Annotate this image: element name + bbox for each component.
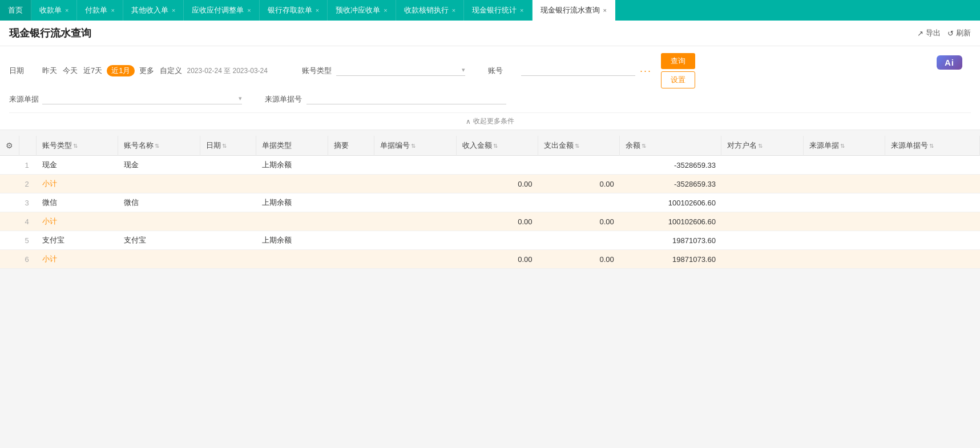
row-gear-cell <box>0 231 19 250</box>
table-row: 3微信微信上期余额100102606.60 <box>0 193 980 212</box>
table-row: 1现金现金上期余额-3528659.33 <box>0 156 980 175</box>
col-source_doc[interactable]: 来源单据⇅ <box>803 136 885 156</box>
col-income[interactable]: 收入金额⇅ <box>456 136 538 156</box>
cell-account_name: 支付宝 <box>118 231 200 250</box>
cell-expense <box>538 156 619 175</box>
table-row: 5支付宝支付宝上期余额19871073.60 <box>0 231 980 250</box>
cell-expense <box>538 231 619 250</box>
query-button[interactable]: 查询 <box>661 53 695 69</box>
cell-account_type: 小计 <box>37 212 118 231</box>
cell-counterparty <box>721 212 803 231</box>
cell-summary <box>328 212 374 231</box>
collapse-label: 收起更多条件 <box>473 116 514 126</box>
row-gear-cell <box>0 250 19 269</box>
cell-date <box>200 231 256 250</box>
tab-close-icon-payment[interactable]: × <box>111 7 114 14</box>
cell-balance: -3528659.33 <box>620 156 721 175</box>
col-account_name[interactable]: 账号名称⇅ <box>118 136 200 156</box>
col-date[interactable]: 日期⇅ <box>200 136 256 156</box>
refresh-button[interactable]: ↺ 刷新 <box>947 28 971 38</box>
date-shortcut-today[interactable]: 今天 <box>62 65 79 76</box>
nav-tab-cash-bank-stat[interactable]: 现金银行统计× <box>464 0 532 21</box>
date-label: 日期 <box>9 66 38 76</box>
gear-icon: ⚙ <box>6 141 13 150</box>
source-doc-num-input[interactable] <box>306 94 506 103</box>
nav-tab-advance-offset[interactable]: 预收冲应收单× <box>328 0 396 21</box>
cell-doc_type <box>256 250 328 269</box>
settings-button[interactable]: 设置 <box>661 71 695 88</box>
col-gear[interactable]: ⚙ <box>0 136 19 156</box>
col-counterparty[interactable]: 对方户名⇅ <box>721 136 803 156</box>
nav-tab-cash-bank-flow[interactable]: 现金银行流水查询× <box>533 0 615 21</box>
cell-source_doc_no <box>885 231 980 250</box>
cell-account_type: 现金 <box>37 156 118 175</box>
source-doc-chevron-icon[interactable]: ▾ <box>239 95 242 102</box>
date-shortcuts: 昨天今天近7天近1月更多自定义 <box>41 65 183 76</box>
account-label: 账号 <box>488 66 517 76</box>
nav-tab-receipt[interactable]: 收款单× <box>31 0 77 21</box>
tab-close-icon-bank-deposit[interactable]: × <box>316 7 319 14</box>
cell-summary <box>328 156 374 175</box>
tab-close-icon-ap-ar-adjust[interactable]: × <box>247 7 251 14</box>
nav-tab-collection-exec[interactable]: 收款核销执行× <box>396 0 464 21</box>
source-doc-input[interactable] <box>42 94 239 103</box>
cell-doc_no <box>374 231 456 250</box>
export-button[interactable]: ↗ 导出 <box>917 28 941 38</box>
col-source_doc_no[interactable]: 来源单据号⇅ <box>885 136 980 156</box>
cell-counterparty <box>721 175 803 193</box>
col-account_type[interactable]: 账号类型⇅ <box>37 136 118 156</box>
cell-doc_no <box>374 175 456 193</box>
account-type-chevron-icon[interactable]: ▾ <box>462 66 465 74</box>
cell-counterparty <box>721 250 803 269</box>
cell-doc_no <box>374 193 456 212</box>
account-more-button[interactable]: ··· <box>640 65 652 77</box>
date-shortcut-custom[interactable]: 自定义 <box>159 65 183 76</box>
tab-close-icon-collection-exec[interactable]: × <box>452 7 455 14</box>
tab-close-icon-advance-offset[interactable]: × <box>384 7 387 14</box>
tab-close-icon-cash-bank-stat[interactable]: × <box>520 7 523 14</box>
collapse-bar[interactable]: ∧ 收起更多条件 <box>9 112 971 130</box>
cell-income: 0.00 <box>456 250 538 269</box>
date-shortcut-yesterday[interactable]: 昨天 <box>41 65 58 76</box>
nav-tab-other-income[interactable]: 其他收入单× <box>123 0 184 21</box>
date-shortcut-last1m[interactable]: 近1月 <box>107 65 135 76</box>
nav-tab-payment[interactable]: 付款单× <box>77 0 123 21</box>
tab-close-icon-cash-bank-flow[interactable]: × <box>603 7 607 14</box>
col-balance[interactable]: 余额⇅ <box>620 136 721 156</box>
refresh-icon: ↺ <box>947 29 954 38</box>
nav-tab-ap-ar-adjust[interactable]: 应收应付调整单× <box>184 0 259 21</box>
nav-tab-bank-deposit[interactable]: 银行存取款单× <box>260 0 328 21</box>
cell-balance: 19871073.60 <box>620 250 721 269</box>
cell-balance: 19871073.60 <box>620 231 721 250</box>
export-icon: ↗ <box>917 29 923 38</box>
date-shortcut-last7[interactable]: 近7天 <box>82 65 103 76</box>
tab-close-icon-receipt[interactable]: × <box>65 7 68 14</box>
nav-tab-home[interactable]: 首页 <box>0 0 31 21</box>
sort-icon-expense: ⇅ <box>575 143 579 149</box>
tab-close-icon-other-income[interactable]: × <box>172 7 175 14</box>
cell-summary <box>328 231 374 250</box>
cell-source_doc_no <box>885 193 980 212</box>
date-shortcut-more[interactable]: 更多 <box>138 65 155 76</box>
account-type-input[interactable] <box>336 66 462 74</box>
table-header-row: ⚙账号类型⇅账号名称⇅日期⇅单据类型摘要单据编号⇅收入金额⇅支出金额⇅余额⇅对方… <box>0 136 980 156</box>
cell-source_doc_no <box>885 212 980 231</box>
collapse-icon: ∧ <box>466 118 471 126</box>
account-input[interactable] <box>521 66 635 74</box>
cell-account_name: 微信 <box>118 193 200 212</box>
cell-account_name <box>118 212 200 231</box>
cell-account_name <box>118 175 200 193</box>
sort-icon-account_type: ⇅ <box>73 143 78 149</box>
cell-doc_type: 上期余额 <box>256 193 328 212</box>
source-doc-num-label: 来源单据号 <box>265 94 302 104</box>
cell-account_type: 微信 <box>37 193 118 212</box>
sort-icon-source_doc_no: ⇅ <box>929 143 934 149</box>
cell-counterparty <box>721 231 803 250</box>
cell-balance: 100102606.60 <box>620 193 721 212</box>
account-input-wrap <box>521 66 635 76</box>
col-expense[interactable]: 支出金额⇅ <box>538 136 619 156</box>
cell-expense: 0.00 <box>538 175 619 193</box>
col-doc_no[interactable]: 单据编号⇅ <box>374 136 456 156</box>
cell-date <box>200 250 256 269</box>
cell-income: 0.00 <box>456 212 538 231</box>
